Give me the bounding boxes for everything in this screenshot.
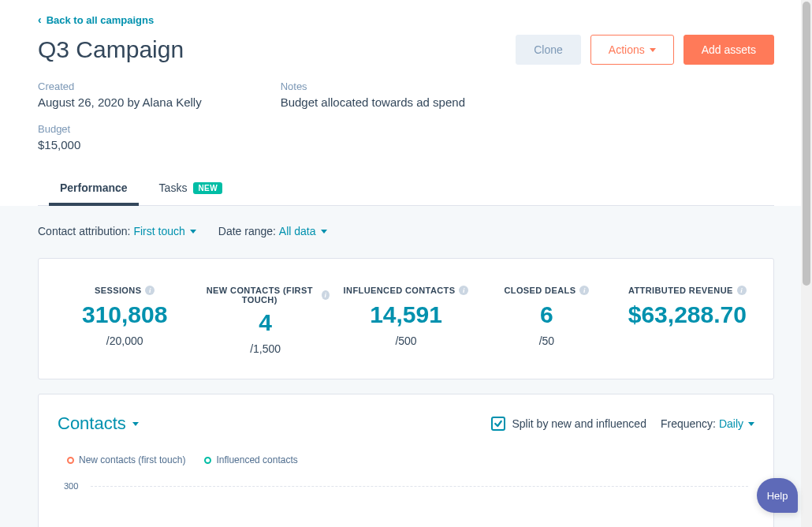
info-icon[interactable]: i xyxy=(145,286,155,295)
info-icon[interactable]: i xyxy=(579,286,589,295)
attribution-dropdown[interactable]: First touch xyxy=(133,225,196,237)
closed-goal: /50 xyxy=(482,335,610,347)
caret-down-icon xyxy=(132,422,139,426)
actions-button[interactable]: Actions xyxy=(590,35,674,65)
metric-attributed-revenue: ATTRIBUTED REVENUE i $63,288.70 xyxy=(617,282,758,355)
attribution-label: Contact attribution: xyxy=(38,225,131,237)
scrollbar-thumb[interactable] xyxy=(803,2,810,286)
caret-down-icon xyxy=(321,230,327,234)
legend-influenced-contacts: Influenced contacts xyxy=(204,454,297,465)
closed-value: 6 xyxy=(482,301,610,328)
tab-performance[interactable]: Performance xyxy=(60,174,128,205)
revenue-value: $63,288.70 xyxy=(624,301,751,328)
sessions-value: 310,808 xyxy=(61,301,188,328)
metric-closed-deals: CLOSED DEALS i 6 /50 xyxy=(476,282,616,355)
created-value: August 26, 2020 by Alana Kelly xyxy=(38,95,202,109)
metric-influenced-contacts: INFLUENCED CONTACTS i 14,591 /500 xyxy=(336,282,476,355)
legend-dot-icon xyxy=(204,457,211,464)
metric-new-contacts: NEW CONTACTS (FIRST TOUCH) i 4 /1,500 xyxy=(195,282,335,355)
notes-label: Notes xyxy=(281,80,465,92)
new-badge: NEW xyxy=(193,182,222,194)
tab-tasks[interactable]: Tasks NEW xyxy=(159,174,223,205)
chart-legend: New contacts (first touch) Influenced co… xyxy=(67,454,754,465)
caret-down-icon xyxy=(748,422,754,426)
chart-gridline xyxy=(91,486,748,487)
influenced-goal: /500 xyxy=(342,335,470,347)
legend-new-contacts: New contacts (first touch) xyxy=(67,454,185,465)
sessions-goal: /20,000 xyxy=(61,335,188,347)
caret-down-icon xyxy=(650,48,656,52)
contacts-dropdown[interactable]: Contacts xyxy=(58,413,139,434)
chevron-left-icon: ‹ xyxy=(38,14,42,25)
legend-dot-icon xyxy=(67,457,74,464)
budget-label: Budget xyxy=(38,123,774,135)
metric-sessions: SESSIONS i 310,808 /20,000 xyxy=(54,282,195,355)
created-label: Created xyxy=(38,80,202,92)
checkbox-checked-icon xyxy=(491,417,505,431)
page-title: Q3 Campaign xyxy=(38,36,184,63)
y-axis-tick: 300 xyxy=(64,481,78,491)
new-contacts-goal: /1,500 xyxy=(201,342,329,355)
clone-button[interactable]: Clone xyxy=(516,35,581,65)
budget-value: $15,000 xyxy=(38,138,774,151)
date-range-label: Date range: xyxy=(218,225,276,237)
frequency-label: Frequency: xyxy=(661,417,716,430)
back-label: Back to all campaigns xyxy=(47,14,155,26)
new-contacts-value: 4 xyxy=(201,309,329,336)
info-icon[interactable]: i xyxy=(322,290,330,300)
split-checkbox[interactable]: Split by new and influenced xyxy=(491,417,646,431)
caret-down-icon xyxy=(190,230,196,234)
scrollbar-track[interactable] xyxy=(801,0,812,527)
info-icon[interactable]: i xyxy=(737,286,747,295)
info-icon[interactable]: i xyxy=(459,286,468,295)
help-button[interactable]: Help xyxy=(757,478,798,513)
add-assets-button[interactable]: Add assets xyxy=(683,35,774,65)
date-range-dropdown[interactable]: All data xyxy=(279,225,327,237)
frequency-dropdown[interactable]: Daily xyxy=(719,417,754,430)
notes-value: Budget allocated towards ad spend xyxy=(281,95,465,109)
contacts-chart: 300 xyxy=(58,481,754,505)
back-to-campaigns-link[interactable]: ‹ Back to all campaigns xyxy=(38,14,154,26)
influenced-value: 14,591 xyxy=(342,301,470,328)
